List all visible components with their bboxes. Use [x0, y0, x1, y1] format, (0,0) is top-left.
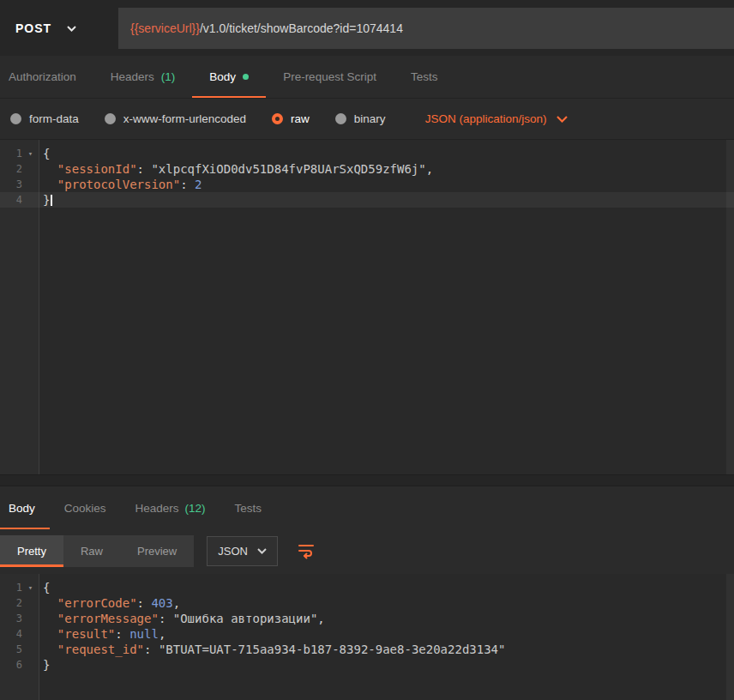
wrap-lines-button[interactable] [292, 536, 321, 565]
response-tab-tests[interactable]: Tests [220, 486, 277, 529]
response-tab-cookies[interactable]: Cookies [50, 486, 121, 529]
fold-spacer [22, 642, 39, 657]
response-tab-headers[interactable]: Headers (12) [121, 486, 220, 529]
segment-label: Raw [81, 545, 103, 558]
radio-binary[interactable]: binary [335, 112, 386, 125]
code-line[interactable]: 6} [0, 657, 734, 673]
code-text: } [39, 657, 50, 673]
response-view-toolbar: Pretty Raw Preview JSON [0, 534, 734, 567]
tab-label: Authorization [9, 70, 76, 83]
response-tabs: Body Cookies Headers (12) Tests [0, 486, 734, 529]
tab-tests[interactable]: Tests [394, 56, 455, 98]
radio-icon [335, 113, 346, 124]
code-line[interactable]: 1▾{ [0, 146, 734, 161]
method-selector[interactable]: POST [0, 8, 118, 49]
chevron-down-icon [257, 548, 267, 554]
line-number[interactable]: 4 [0, 626, 22, 642]
code-line[interactable]: 2 "sessionId": "xlpcqfXiOD0dv51D84fvP8UA… [0, 161, 734, 177]
headers-count-badge: (1) [161, 70, 176, 83]
view-mode-segmented-control: Pretty Raw Preview [0, 535, 194, 567]
wrap-text-icon [296, 540, 316, 561]
body-type-row: form-data x-www-form-urlencoded raw bina… [0, 99, 734, 140]
code-line[interactable]: 4} [0, 192, 734, 208]
code-text: "request_id": "BTUAT=UAT-715aa934-b187-8… [39, 642, 505, 657]
fold-spacer [22, 161, 39, 177]
view-mode-preview[interactable]: Preview [120, 535, 194, 567]
response-body-editor[interactable]: 1▾{2 "errorCode": 403,3 "errorMessage": … [0, 574, 734, 700]
response-format-selector[interactable]: JSON [207, 536, 278, 566]
text-cursor [51, 195, 52, 206]
radio-raw[interactable]: raw [272, 112, 310, 125]
format-label: JSON [218, 545, 248, 558]
code-text: } [39, 192, 52, 208]
request-url-bar: POST {{serviceUrl}}/v1.0/ticket/showBarc… [0, 0, 734, 56]
tab-label: Headers [135, 502, 179, 515]
tab-label: Body [209, 70, 236, 83]
content-type-selector[interactable]: JSON (application/json) [425, 112, 569, 125]
code-line[interactable]: 1▾{ [0, 580, 734, 595]
code-line[interactable]: 3 "errorMessage": "Ошибка авторизации", [0, 611, 734, 626]
section-divider [0, 474, 734, 486]
line-number[interactable]: 5 [0, 642, 22, 657]
tab-body[interactable]: Body [192, 56, 266, 98]
tab-label: Headers [111, 70, 154, 83]
radio-label: raw [291, 112, 310, 125]
url-path: /v1.0/ticket/showBarcode?id=1074414 [200, 21, 403, 35]
radio-x-www-form-urlencoded[interactable]: x-www-form-urlencoded [105, 112, 246, 125]
url-input[interactable]: {{serviceUrl}}/v1.0/ticket/showBarcode?i… [118, 8, 734, 49]
content-type-label: JSON (application/json) [425, 112, 547, 125]
code-text: { [39, 146, 50, 161]
code-text: "result": null, [39, 626, 165, 642]
radio-selected-icon [272, 113, 283, 124]
code-text: { [39, 580, 50, 595]
code-line[interactable]: 4 "result": null, [0, 626, 734, 642]
tab-authorization[interactable]: Authorization [9, 56, 93, 98]
line-number[interactable]: 1 [0, 580, 22, 595]
fold-spacer [22, 595, 39, 611]
green-status-dot-icon [243, 74, 249, 80]
line-number[interactable]: 3 [0, 611, 22, 626]
chevron-down-icon [557, 116, 568, 123]
segment-label: Pretty [17, 545, 46, 558]
fold-spacer [22, 611, 39, 626]
response-tab-body[interactable]: Body [0, 486, 50, 529]
fold-spacer [22, 177, 39, 192]
tab-label: Tests [235, 502, 262, 515]
headers-count-badge: (12) [185, 502, 206, 515]
code-line[interactable]: 3 "protocolVersion": 2 [0, 177, 734, 192]
line-number[interactable]: 4 [0, 192, 22, 208]
request-tabs: Authorization Headers (1) Body Pre-reque… [0, 56, 734, 99]
tab-label: Pre-request Script [283, 70, 376, 83]
fold-toggle-icon[interactable]: ▾ [22, 146, 39, 161]
code-text: "sessionId": "xlpcqfXiOD0dv51D84fvP8UArS… [39, 161, 433, 177]
fold-toggle-icon[interactable]: ▾ [22, 580, 39, 595]
fold-spacer [22, 192, 39, 208]
code-text: "errorCode": 403, [39, 595, 180, 611]
radio-label: form-data [29, 112, 79, 125]
line-number[interactable]: 6 [0, 657, 22, 673]
line-number[interactable]: 2 [0, 595, 22, 611]
view-mode-raw[interactable]: Raw [63, 535, 120, 567]
line-number[interactable]: 2 [0, 161, 22, 177]
tab-label: Body [9, 502, 35, 515]
chevron-down-icon [67, 26, 76, 32]
fold-spacer [22, 626, 39, 642]
radio-label: x-www-form-urlencoded [123, 112, 246, 125]
tab-pre-request-script[interactable]: Pre-request Script [266, 56, 394, 98]
code-line[interactable]: 5 "request_id": "BTUAT=UAT-715aa934-b187… [0, 642, 734, 657]
tab-label: Cookies [64, 502, 106, 515]
radio-form-data[interactable]: form-data [10, 112, 79, 125]
tab-headers[interactable]: Headers (1) [93, 56, 193, 98]
spacer [0, 567, 734, 574]
radio-icon [10, 113, 21, 124]
url-environment-variable: {{serviceUrl}} [130, 21, 200, 35]
line-number[interactable]: 3 [0, 177, 22, 192]
code-text: "protocolVersion": 2 [39, 177, 202, 192]
radio-icon [105, 113, 116, 124]
view-mode-pretty[interactable]: Pretty [0, 535, 63, 567]
request-body-editor[interactable]: 1▾{2 "sessionId": "xlpcqfXiOD0dv51D84fvP… [0, 140, 734, 474]
method-label: POST [15, 21, 51, 35]
line-number[interactable]: 1 [0, 146, 22, 161]
code-line[interactable]: 2 "errorCode": 403, [0, 595, 734, 611]
code-text: "errorMessage": "Ошибка авторизации", [39, 611, 325, 626]
